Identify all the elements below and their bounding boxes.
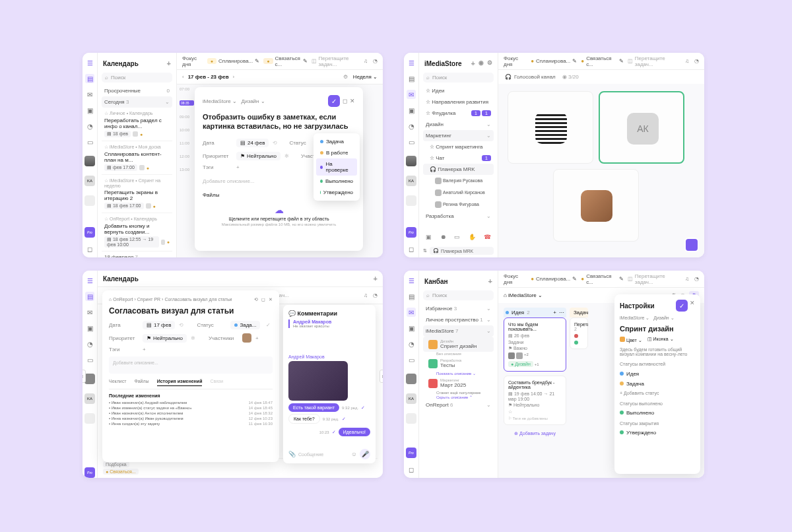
file-drop[interactable]: ☁ Щелкните или перетащите файл в эту обл… <box>203 205 355 226</box>
status-option[interactable]: Выполнено <box>316 176 357 187</box>
folder-icon[interactable]: ▭ <box>85 137 94 147</box>
bookmark-button[interactable]: ◻ <box>343 98 347 104</box>
chat-icon[interactable]: ✉ <box>407 90 416 99</box>
add-tag[interactable]: + <box>236 164 240 170</box>
screen-icon[interactable]: ▭ <box>454 234 460 240</box>
project-row[interactable]: ДизайнСпринт дизайн <box>423 337 494 352</box>
pro-badge[interactable]: Pro <box>406 227 416 238</box>
tab-files[interactable]: Файлы <box>134 379 148 386</box>
section-ws[interactable]: iMediaStore 7⌄ <box>423 325 494 337</box>
task-row[interactable]: ☆ OnReport • КалендарьДобавить кнопку и … <box>102 213 172 251</box>
video-tile-2[interactable]: АК <box>599 91 684 164</box>
mic-icon[interactable]: ⏺ <box>440 234 446 240</box>
section-dev[interactable]: Разработка⌄ <box>423 211 494 222</box>
project-row[interactable]: МаркетингМарт 2025 <box>423 376 494 391</box>
chat-icon[interactable]: ✉ <box>85 90 94 99</box>
avatar-3[interactable] <box>406 195 416 206</box>
status-row[interactable]: Идея <box>620 369 695 379</box>
menu-icon[interactable]: ☰ <box>407 58 416 67</box>
hangup-icon[interactable]: ☎ <box>484 234 491 240</box>
folder-icon[interactable]: ▭ <box>407 137 416 147</box>
kanban-card[interactable]: Составить брендбук - айдентика ▤ 19 фев … <box>504 376 566 425</box>
status-row[interactable]: Выполнено <box>620 409 695 417</box>
status-select[interactable]: Зада... <box>230 321 260 329</box>
filter-icon[interactable]: ⚙ <box>343 74 348 80</box>
contact-tab[interactable]: ● Связаться с... ✎ <box>263 55 307 67</box>
avatar-1[interactable] <box>406 156 416 166</box>
color-picker[interactable]: Цвет ⌄ <box>620 337 642 343</box>
sprint-name[interactable]: Спринт дизайн <box>620 325 695 333</box>
section-marketing[interactable]: Маркетинг⌄ <box>423 130 494 141</box>
settings-icon[interactable]: ⚙ <box>487 59 492 67</box>
tab-checklist[interactable]: Чеклист <box>109 379 126 386</box>
icon-picker[interactable]: ◫ Иконка ⌄ <box>647 337 674 343</box>
status-option[interactable]: В работе <box>316 147 357 158</box>
bookmark-icon[interactable]: ◻ <box>407 244 416 253</box>
bell-icon[interactable]: ◔ <box>407 121 416 131</box>
nav-ideas[interactable]: ☆ Идеи <box>423 85 494 96</box>
project-row[interactable]: РазработкаТесты <box>423 356 494 371</box>
nav-directions[interactable]: ☆ Направления развития <box>423 96 494 108</box>
close-button[interactable]: ✕ <box>350 98 355 104</box>
person-row[interactable]: Валерия Русакова <box>423 175 494 187</box>
date-picker[interactable]: ▤ 17 фев <box>143 321 175 329</box>
add-button[interactable]: + <box>167 59 171 67</box>
plan-tab[interactable]: ● Спланирова... ✎ <box>207 58 260 64</box>
date-picker[interactable]: ▤ 24 фев <box>236 139 269 147</box>
bookmark-icon[interactable]: ◻ <box>85 244 94 253</box>
breadcrumb[interactable]: ⌂ OnReport › Спринт PR › Согласовать виз… <box>109 297 232 302</box>
add[interactable]: + <box>471 59 475 67</box>
date-range[interactable]: 17 фев - 23 фев <box>188 74 229 80</box>
status-option[interactable]: Задача <box>316 136 357 147</box>
avatar-3[interactable] <box>84 195 95 206</box>
tab-links[interactable]: Связи <box>210 379 223 386</box>
section-overdue[interactable]: Просроченные0 <box>102 85 172 96</box>
task-row[interactable]: ☆ Личное • КалендарьПереработать раздел … <box>102 108 172 141</box>
notif-icon[interactable]: ♫ <box>364 58 368 64</box>
collapse-left[interactable]: ‹ <box>82 370 86 383</box>
priority-select[interactable]: ⚑ Нейтрально <box>143 334 187 343</box>
priority-select[interactable]: ⚑ Нейтрально <box>236 152 280 160</box>
status-option[interactable]: Утверждено <box>316 187 357 198</box>
desc-input[interactable]: Добавьте описание... <box>109 356 273 374</box>
section-fav[interactable]: Избранное 3⌄ <box>423 303 494 314</box>
msg-input[interactable]: Сообщение <box>298 452 348 457</box>
status-option[interactable]: На проверке <box>316 158 357 176</box>
section-personal[interactable]: Личное пространство 1⌄ <box>423 314 494 325</box>
person-row[interactable]: Анатолий Кирсанов <box>423 187 494 199</box>
breadcrumb-1[interactable]: iMediaStore <box>203 98 231 104</box>
nav-meeting[interactable]: 🎧 Планерка MRK <box>423 164 494 175</box>
section-design[interactable]: Дизайн⌄ <box>423 119 494 130</box>
add-card[interactable]: ⊕ Добавить задачу <box>504 429 566 438</box>
nav-chat[interactable]: ☆ Чат1 <box>423 152 494 164</box>
user-icon[interactable]: ◔ <box>373 58 378 64</box>
search-input[interactable]: ⌕ Поиск <box>423 73 494 83</box>
doc-icon[interactable]: ▣ <box>85 106 94 115</box>
attach-icon[interactable]: 📎 <box>288 451 296 457</box>
avatar-1[interactable] <box>84 156 95 166</box>
search-input[interactable]: ⌕ Поиск <box>423 290 494 300</box>
status-row[interactable]: Утверждено <box>620 428 695 437</box>
hand-icon[interactable]: ✋ <box>469 234 476 240</box>
calendar-icon[interactable]: ▤ <box>407 74 416 83</box>
self-video[interactable] <box>684 238 699 252</box>
video-tile-3[interactable] <box>553 169 639 242</box>
focus-tab[interactable]: Фокус дня <box>182 55 203 67</box>
breadcrumb-2[interactable]: Дизайн <box>242 98 259 104</box>
date-prev[interactable]: ‹ <box>182 74 184 80</box>
bc-home[interactable]: ⌂ iMediaStore ⌄ <box>504 292 543 298</box>
section-onreport[interactable]: OnReport 6⌄ <box>423 399 494 411</box>
pro-badge[interactable]: Pro <box>84 227 95 238</box>
attached-image[interactable] <box>288 361 348 401</box>
sprint-desc[interactable]: Здесь будем готовить общий визуал компан… <box>620 347 695 356</box>
tab-history[interactable]: История изменений <box>157 379 203 386</box>
add-status[interactable]: + Добавить статус <box>620 389 695 397</box>
cam-icon[interactable]: ▣ <box>426 234 432 240</box>
avatar-2[interactable]: KA <box>84 176 95 186</box>
confirm-button[interactable]: ✓ <box>328 95 340 107</box>
task-row[interactable]: ☆ iMediaStore • Спринт на неделюПеретащи… <box>102 175 172 213</box>
section-today[interactable]: Сегодня 3⌄ <box>102 96 172 108</box>
emoji-icon[interactable]: ☺ <box>351 451 357 457</box>
collapse-right[interactable]: › <box>380 370 383 383</box>
doc-icon[interactable]: ▣ <box>407 106 416 115</box>
